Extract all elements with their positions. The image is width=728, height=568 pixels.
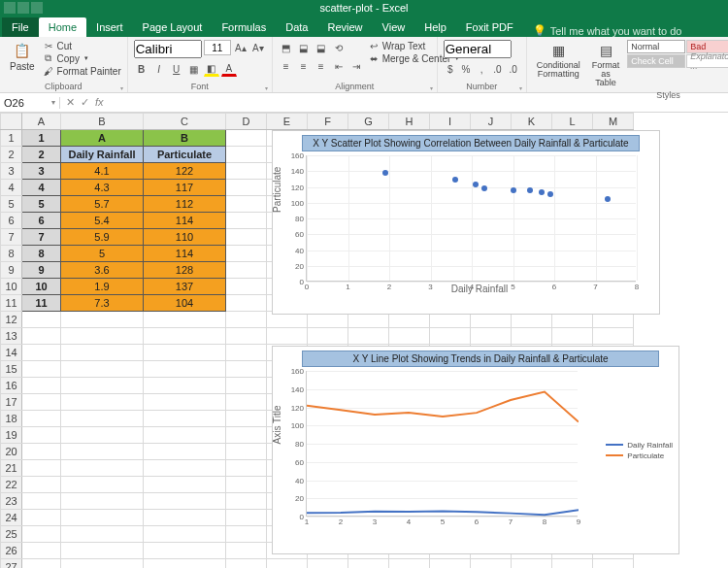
row-header-21[interactable]: 21 bbox=[1, 460, 22, 477]
cell-D15[interactable] bbox=[226, 361, 267, 378]
cell-C9[interactable]: 128 bbox=[144, 262, 226, 279]
cell-C19[interactable] bbox=[144, 427, 226, 444]
font-size-select[interactable] bbox=[204, 40, 231, 55]
row-header-11[interactable]: 11 bbox=[1, 295, 22, 312]
cell-D2[interactable] bbox=[226, 147, 267, 163]
cell-A14[interactable] bbox=[22, 345, 61, 361]
cell-B13[interactable] bbox=[61, 328, 144, 345]
cell-A21[interactable] bbox=[22, 460, 61, 477]
row-header-8[interactable]: 8 bbox=[1, 246, 22, 262]
cell-C2[interactable]: Particulate bbox=[144, 147, 226, 163]
cell-D14[interactable] bbox=[226, 345, 267, 361]
cell-A6[interactable]: 6 bbox=[22, 213, 61, 229]
tab-home[interactable]: Home bbox=[39, 17, 86, 37]
cell-C18[interactable] bbox=[144, 411, 226, 427]
cell-B9[interactable]: 3.6 bbox=[61, 262, 144, 279]
row-header-22[interactable]: 22 bbox=[1, 477, 22, 493]
cell-A17[interactable] bbox=[22, 394, 61, 411]
cell-B7[interactable]: 5.9 bbox=[61, 229, 144, 246]
cell-B23[interactable] bbox=[61, 493, 144, 510]
cell-L27[interactable] bbox=[552, 559, 593, 569]
col-header-M[interactable]: M bbox=[593, 114, 634, 130]
format-painter-button[interactable]: 🖌Format Painter bbox=[43, 65, 121, 77]
cell-E13[interactable] bbox=[267, 328, 308, 345]
cell-C11[interactable]: 104 bbox=[144, 295, 226, 312]
cell-C10[interactable]: 137 bbox=[144, 279, 226, 295]
orientation-icon[interactable]: ⟲ bbox=[331, 40, 347, 55]
cell-D17[interactable] bbox=[226, 394, 267, 411]
tab-page-layout[interactable]: Page Layout bbox=[133, 17, 213, 37]
conditional-formatting-button[interactable]: ▦ Conditional Formatting bbox=[533, 40, 584, 81]
col-header-L[interactable]: L bbox=[552, 114, 593, 130]
cell-styles-gallery[interactable]: Normal Bad Good Check Cell Explanatory .… bbox=[627, 40, 728, 68]
cell-C14[interactable] bbox=[144, 345, 226, 361]
row-header-6[interactable]: 6 bbox=[1, 213, 22, 229]
col-header-E[interactable]: E bbox=[267, 114, 308, 130]
col-header-C[interactable]: C bbox=[144, 114, 226, 130]
cell-H27[interactable] bbox=[389, 559, 430, 569]
cell-A13[interactable] bbox=[22, 328, 61, 345]
row-header-5[interactable]: 5 bbox=[1, 196, 22, 213]
cell-D12[interactable] bbox=[226, 312, 267, 328]
tab-formulas[interactable]: Formulas bbox=[212, 17, 276, 37]
cell-C5[interactable]: 112 bbox=[144, 196, 226, 213]
border-button[interactable]: ▦ bbox=[186, 61, 202, 77]
cell-C8[interactable]: 114 bbox=[144, 246, 226, 262]
cell-A27[interactable] bbox=[22, 559, 61, 569]
col-header-J[interactable]: J bbox=[471, 114, 512, 130]
row-header-13[interactable]: 13 bbox=[1, 328, 22, 345]
cell-C7[interactable]: 110 bbox=[144, 229, 226, 246]
cell-C12[interactable] bbox=[144, 312, 226, 328]
row-header-17[interactable]: 17 bbox=[1, 394, 22, 411]
format-as-table-button[interactable]: ▤ Format as Table bbox=[588, 40, 624, 89]
cell-B17[interactable] bbox=[61, 394, 144, 411]
cell-C23[interactable] bbox=[144, 493, 226, 510]
number-format-select[interactable] bbox=[444, 40, 512, 58]
cell-B14[interactable] bbox=[61, 345, 144, 361]
indent-dec-icon[interactable]: ⇤ bbox=[331, 58, 347, 74]
cell-B1[interactable]: A bbox=[61, 130, 144, 147]
cell-D27[interactable] bbox=[226, 559, 267, 569]
decrease-font-icon[interactable]: A▾ bbox=[250, 40, 266, 55]
row-header-7[interactable]: 7 bbox=[1, 229, 22, 246]
cell-D26[interactable] bbox=[226, 543, 267, 559]
row-header-4[interactable]: 4 bbox=[1, 180, 22, 196]
row-header-26[interactable]: 26 bbox=[1, 543, 22, 559]
cell-A12[interactable] bbox=[22, 312, 61, 328]
cell-G13[interactable] bbox=[348, 328, 389, 345]
cell-J27[interactable] bbox=[471, 559, 512, 569]
tell-me[interactable]: 💡 Tell me what you want to do bbox=[533, 24, 682, 37]
increase-font-icon[interactable]: A▴ bbox=[233, 40, 248, 55]
cell-B22[interactable] bbox=[61, 477, 144, 493]
cell-C16[interactable] bbox=[144, 378, 226, 394]
tab-foxit[interactable]: Foxit PDF bbox=[456, 17, 523, 37]
col-header-I[interactable]: I bbox=[430, 114, 471, 130]
cell-D3[interactable] bbox=[226, 163, 267, 180]
cell-C13[interactable] bbox=[144, 328, 226, 345]
cell-A18[interactable] bbox=[22, 411, 61, 427]
cell-A26[interactable] bbox=[22, 543, 61, 559]
cell-G27[interactable] bbox=[348, 559, 389, 569]
cell-C20[interactable] bbox=[144, 444, 226, 460]
cell-C15[interactable] bbox=[144, 361, 226, 378]
style-normal[interactable]: Normal bbox=[627, 40, 685, 53]
currency-icon[interactable]: $ bbox=[444, 61, 457, 77]
save-icon[interactable] bbox=[4, 2, 16, 14]
cell-C4[interactable]: 117 bbox=[144, 180, 226, 196]
scatter-chart[interactable]: X Y Scatter Plot Showing Correlation Bet… bbox=[272, 130, 660, 315]
cell-A2[interactable]: 2 bbox=[22, 147, 61, 163]
cell-B15[interactable] bbox=[61, 361, 144, 378]
fill-color-button[interactable]: ◧ bbox=[204, 61, 219, 77]
font-color-button[interactable]: A bbox=[221, 61, 237, 77]
cell-F27[interactable] bbox=[308, 559, 348, 569]
style-explanatory[interactable]: Explanatory ... bbox=[686, 54, 728, 68]
line-chart[interactable]: X Y Line Plot Showing Trends in Daily Ra… bbox=[272, 346, 679, 554]
tab-help[interactable]: Help bbox=[414, 17, 456, 37]
cell-D10[interactable] bbox=[226, 279, 267, 295]
row-header-10[interactable]: 10 bbox=[1, 279, 22, 295]
cell-C3[interactable]: 122 bbox=[144, 163, 226, 180]
cell-D23[interactable] bbox=[226, 493, 267, 510]
style-check[interactable]: Check Cell bbox=[627, 54, 685, 68]
cell-B8[interactable]: 5 bbox=[61, 246, 144, 262]
cell-D20[interactable] bbox=[226, 444, 267, 460]
